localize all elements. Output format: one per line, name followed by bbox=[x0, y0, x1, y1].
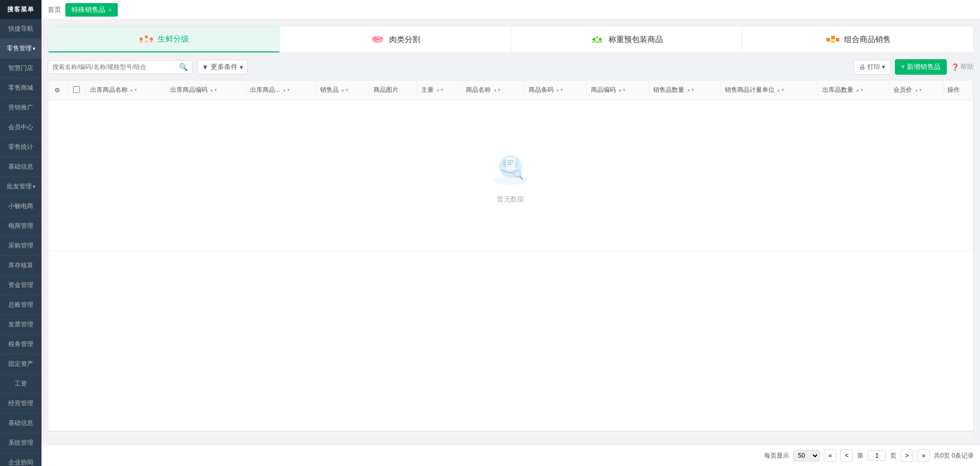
svg-point-9 bbox=[592, 38, 596, 41]
topbar-tab-label: 特殊销售品 bbox=[72, 5, 105, 15]
page-size-select[interactable]: 50 10 20 100 bbox=[793, 450, 820, 461]
sort-icon-3[interactable]: ▲▼ bbox=[282, 88, 291, 92]
help-button[interactable]: ❓ 帮助 bbox=[951, 62, 974, 72]
sidebar-item-zijin[interactable]: 资金管理 bbox=[0, 276, 42, 295]
sidebar-item-xitong[interactable]: 系统管理 bbox=[0, 433, 42, 453]
svg-rect-21 bbox=[506, 157, 515, 170]
last-page-button[interactable]: » bbox=[917, 449, 930, 462]
topbar-active-tab[interactable]: 特殊销售品 × bbox=[65, 3, 118, 17]
page-label: 第 bbox=[857, 451, 863, 460]
first-page-button[interactable]: « bbox=[824, 449, 836, 462]
chevron-down-icon-filter: ▾ bbox=[240, 63, 243, 71]
sidebar-item-lingseishangcheng[interactable]: 零售商城 bbox=[0, 78, 42, 98]
filter-button[interactable]: ▼ 更多条件 ▾ bbox=[197, 60, 248, 74]
question-icon: ❓ bbox=[951, 63, 959, 71]
tab-roulei[interactable]: 肉类分割 bbox=[280, 26, 511, 52]
tab-zuhe[interactable]: 组合商品销售 bbox=[742, 26, 973, 52]
close-icon[interactable]: × bbox=[108, 7, 112, 13]
sidebar-item-lingshei[interactable]: 零售管理 ▾ bbox=[0, 39, 42, 59]
table-header-row: ⚙ 出库商品名称 ▲▼ 出库 bbox=[48, 80, 973, 100]
col-product-code: 商品编码 ▲▼ bbox=[587, 80, 649, 100]
sidebar-item-jichu1[interactable]: 基础信息 bbox=[0, 157, 42, 177]
col-sale-product: 销售品 ▲▼ bbox=[315, 80, 369, 100]
sidebar-item-gudingzichan[interactable]: 固定资产 bbox=[0, 354, 42, 374]
sort-icon[interactable]: ▲▼ bbox=[130, 88, 138, 92]
sidebar-item-kuaijie[interactable]: 快捷导航 bbox=[0, 19, 42, 39]
search-input[interactable] bbox=[52, 63, 177, 71]
search-box[interactable]: 🔍 bbox=[48, 60, 193, 74]
help-label: 帮助 bbox=[960, 62, 974, 72]
sidebar-item-gongzi[interactable]: 工资 bbox=[0, 374, 42, 394]
sidebar-item-zhangzhang[interactable]: 总账管理 bbox=[0, 295, 42, 315]
sidebar-item-fapiao[interactable]: 发票管理 bbox=[0, 315, 42, 335]
sort-icon-8[interactable]: ▲▼ bbox=[618, 88, 626, 92]
sort-icon-6[interactable]: ▲▼ bbox=[493, 88, 501, 92]
tab-shengxian-label: 生鲜分级 bbox=[158, 34, 189, 44]
sidebar-item-zhihuimendian[interactable]: 智慧门店 bbox=[0, 59, 42, 78]
svg-rect-16 bbox=[831, 40, 835, 43]
prev-page-button[interactable]: < bbox=[840, 449, 853, 462]
meat-icon bbox=[370, 34, 385, 45]
col-outbound-name: 出库商品名称 ▲▼ bbox=[86, 80, 165, 100]
sidebar-item-shuiwu[interactable]: 税务管理 bbox=[0, 335, 42, 354]
svg-rect-15 bbox=[836, 38, 839, 42]
svg-point-26 bbox=[515, 171, 520, 176]
gear-col-icon[interactable]: ⚙ bbox=[54, 87, 60, 94]
col-checkbox bbox=[67, 80, 86, 100]
sidebar-item-caigou[interactable]: 采购管理 bbox=[0, 236, 42, 256]
sidebar-item-huiyuan[interactable]: 会员中心 bbox=[0, 118, 42, 138]
svg-point-0 bbox=[140, 37, 143, 40]
svg-point-1 bbox=[145, 35, 148, 38]
sort-icon-2[interactable]: ▲▼ bbox=[210, 88, 218, 92]
sidebar-item-xiaochangdianshang[interactable]: 小畅电商 bbox=[0, 197, 42, 216]
printer-icon: 🖨 bbox=[859, 63, 865, 71]
sidebar-item-dianshang[interactable]: 电商管理 bbox=[0, 216, 42, 236]
category-tabs: 生鲜分级 肉类分割 bbox=[48, 26, 974, 53]
sidebar-logo: 搜客菜单 bbox=[0, 0, 42, 19]
sidebar-item-yingxiao[interactable]: 营销推广 bbox=[0, 98, 42, 118]
page-unit: 页 bbox=[890, 451, 896, 460]
pagination-bar: 每页显示 50 10 20 100 « < 第 页 > » 共0页 0条记录 bbox=[42, 445, 980, 466]
page-number-input[interactable] bbox=[867, 450, 886, 461]
sidebar-item-pifa[interactable]: 批发管理 ▾ bbox=[0, 177, 42, 197]
topbar: 首页 特殊销售品 × bbox=[42, 0, 980, 20]
sort-icon-7[interactable]: ▲▼ bbox=[556, 88, 564, 92]
filter-icon: ▼ bbox=[202, 63, 209, 71]
next-page-button[interactable]: > bbox=[901, 449, 913, 462]
sort-icon-10[interactable]: ▲▼ bbox=[777, 88, 785, 92]
svg-point-5 bbox=[150, 40, 153, 43]
table-wrap: ⚙ 出库商品名称 ▲▼ 出库 bbox=[48, 80, 974, 431]
sidebar-item-jichu2[interactable]: 基础信息 bbox=[0, 414, 42, 433]
select-all-checkbox[interactable] bbox=[73, 86, 80, 93]
tab-chengzhong[interactable]: 称重预包装商品 bbox=[511, 26, 742, 52]
sort-icon-11[interactable]: ▲▼ bbox=[855, 88, 864, 92]
toolbar: 🔍 ▼ 更多条件 ▾ 🖨 打印 ▾ + 新增销售品 ❓ 帮助 bbox=[48, 59, 974, 75]
sidebar-item-qiye[interactable]: 企业协同 bbox=[0, 453, 42, 466]
sort-icon-12[interactable]: ▲▼ bbox=[914, 88, 922, 92]
svg-point-10 bbox=[596, 36, 598, 38]
sidebar: 搜客菜单 快捷导航 零售管理 ▾ 智慧门店 零售商城 营销推广 会员中心 零售统… bbox=[0, 0, 42, 466]
sidebar-item-lingsheitongji[interactable]: 零售统计 bbox=[0, 138, 42, 157]
horizontal-scrollbar[interactable] bbox=[48, 431, 974, 438]
sidebar-item-kucun[interactable]: 库存核算 bbox=[0, 256, 42, 276]
svg-point-8 bbox=[380, 37, 382, 39]
col-image: 商品图片 bbox=[369, 80, 417, 100]
topbar-home[interactable]: 首页 bbox=[48, 5, 61, 15]
tab-shengxian[interactable]: 生鲜分级 bbox=[48, 26, 280, 52]
sort-icon-9[interactable]: ▲▼ bbox=[686, 88, 695, 92]
sort-icon-5[interactable]: ▲▼ bbox=[436, 88, 444, 92]
combo-icon bbox=[825, 34, 840, 45]
search-icon[interactable]: 🔍 bbox=[179, 63, 188, 71]
tab-chengzhong-label: 称重预包装商品 bbox=[609, 35, 663, 45]
col-actions: 操作 bbox=[943, 80, 973, 100]
chevron-down-icon-2: ▾ bbox=[33, 184, 35, 189]
sort-icon-4[interactable]: ▲▼ bbox=[341, 88, 349, 92]
print-button[interactable]: 🖨 打印 ▾ bbox=[853, 60, 891, 75]
svg-point-11 bbox=[599, 38, 602, 41]
svg-rect-13 bbox=[826, 38, 830, 42]
col-product-name: 商品名称 ▲▼ bbox=[462, 80, 524, 100]
chevron-down-icon: ▾ bbox=[33, 46, 35, 51]
add-product-button[interactable]: + 新增销售品 bbox=[895, 59, 947, 75]
col-outbound-more: 出库商品... ▲▼ bbox=[246, 80, 316, 100]
sidebar-item-jingying[interactable]: 经营管理 bbox=[0, 394, 42, 414]
